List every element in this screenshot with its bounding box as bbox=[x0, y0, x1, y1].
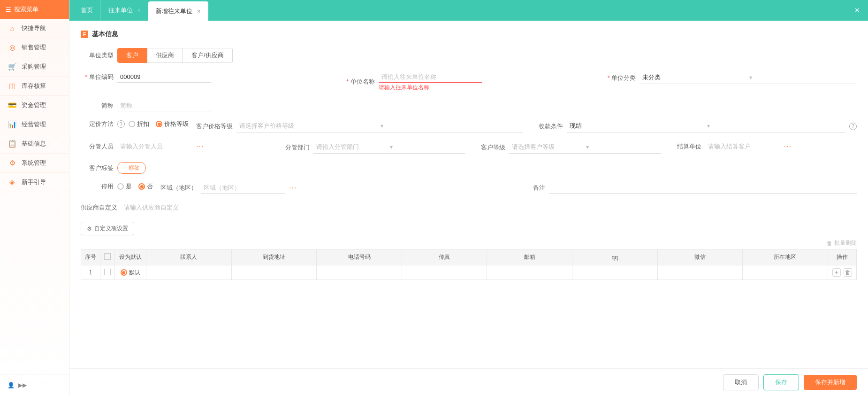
supplier-custom-input[interactable] bbox=[121, 202, 234, 213]
pricing-level-radio[interactable] bbox=[156, 121, 162, 127]
manager-input[interactable] bbox=[117, 141, 192, 152]
search-icon: ☰ bbox=[6, 6, 11, 13]
sidebar-bottom: 👤 ▶▶ bbox=[0, 374, 69, 396]
supplier-custom-field: 供应商自定义 bbox=[81, 202, 857, 213]
sidebar-label-inventory: 库存核算 bbox=[22, 82, 46, 90]
td-fax[interactable] bbox=[402, 265, 487, 280]
sidebar-search-label: 搜索菜单 bbox=[14, 5, 38, 14]
disable-no-radio[interactable] bbox=[138, 183, 145, 190]
unit-type-label: 单位类型 bbox=[81, 51, 114, 60]
section-header: F 基本信息 bbox=[81, 30, 857, 39]
unit-type-buttons: 客户 供应商 客户/供应商 bbox=[117, 48, 233, 63]
sidebar-item-guide[interactable]: ◈ 新手引导 bbox=[0, 173, 69, 192]
sidebar-item-inventory[interactable]: ◫ 库存核算 bbox=[0, 77, 69, 96]
tab-home[interactable]: 首页 bbox=[73, 0, 101, 21]
unit-code-label: 单位编码 bbox=[81, 73, 114, 81]
unit-name-input[interactable] bbox=[379, 71, 482, 83]
disable-no-label: 否 bbox=[147, 182, 153, 191]
tab-new-partner[interactable]: 新增往来单位 × bbox=[148, 1, 208, 21]
unit-code-input[interactable] bbox=[117, 71, 211, 83]
batch-delete-area: 🗑 批量删除 bbox=[81, 239, 857, 247]
sidebar-bottom-label: ▶▶ bbox=[18, 382, 27, 388]
settlement-input[interactable] bbox=[705, 141, 780, 152]
sidebar-item-sales[interactable]: ◎ 销售管理 bbox=[0, 38, 69, 57]
short-name-field: 简称 bbox=[81, 100, 857, 111]
customer-level-select[interactable]: 请选择客户等级 ▾ bbox=[509, 141, 661, 154]
tags-field: 客户标签 + 标签 bbox=[81, 162, 857, 174]
save-button[interactable]: 保存 bbox=[763, 374, 799, 390]
th-checkbox-input[interactable] bbox=[104, 253, 111, 260]
default-radio-circle[interactable] bbox=[121, 269, 127, 276]
type-btn-customer[interactable]: 客户 bbox=[117, 48, 147, 63]
contact-input[interactable] bbox=[149, 269, 228, 276]
unit-code-field: 单位编码 bbox=[81, 71, 335, 83]
address-input[interactable] bbox=[235, 269, 314, 276]
save-new-button[interactable]: 保存并新增 bbox=[804, 375, 857, 390]
price-level-select[interactable]: 请选择客户价格等级 ▾ bbox=[236, 120, 523, 132]
pricing-discount-radio[interactable] bbox=[129, 121, 135, 127]
disable-yes[interactable]: 是 bbox=[117, 182, 132, 191]
dept-select[interactable]: 请输入分管部门 ▾ bbox=[313, 141, 465, 154]
row-add-button[interactable]: + bbox=[832, 268, 841, 277]
sidebar-label-finance: 资金管理 bbox=[22, 101, 46, 109]
payment-help-icon[interactable]: ? bbox=[849, 123, 857, 130]
custom-settings-button[interactable]: ⚙ 自定义项设置 bbox=[81, 222, 134, 235]
region-row-input[interactable] bbox=[746, 269, 825, 276]
payment-select[interactable]: 现结 ▾ bbox=[567, 120, 845, 132]
phone-input[interactable] bbox=[320, 269, 399, 276]
unit-name-error-msg: 请输入往来单位名称 bbox=[379, 84, 596, 92]
pricing-level[interactable]: 价格等级 bbox=[156, 120, 189, 128]
remark-input[interactable] bbox=[549, 182, 857, 194]
unit-category-label: 单位分类 bbox=[603, 74, 636, 82]
table-header-row: 序号 设为默认 联系人 到货地址 电话号码 传真 邮箱 qq 微信 所在地区 操… bbox=[81, 249, 857, 265]
row-delete-button[interactable]: 🗑 bbox=[844, 268, 852, 277]
sidebar-bottom-item[interactable]: 👤 ▶▶ bbox=[0, 378, 69, 392]
window-close-button[interactable]: × bbox=[850, 6, 864, 16]
sidebar-item-operations[interactable]: 📊 经营管理 bbox=[0, 115, 69, 134]
price-level-field: 客户价格等级 请选择客户价格等级 ▾ bbox=[196, 120, 523, 132]
td-region[interactable] bbox=[743, 265, 828, 280]
region-ellipsis[interactable]: ··· bbox=[289, 184, 297, 192]
sidebar-item-basic[interactable]: 📋 基础信息 bbox=[0, 134, 69, 154]
sidebar-item-quick-nav[interactable]: ⌂ 快捷导航 bbox=[0, 19, 69, 38]
pricing-row: 定价方法 ? 折扣 价格等级 客户价格等级 请选择客户价格等级 bbox=[81, 120, 857, 132]
row-default-radio[interactable]: 默认 bbox=[117, 269, 143, 277]
pricing-discount[interactable]: 折扣 bbox=[129, 120, 149, 128]
payment-label: 收款条件 bbox=[530, 122, 563, 131]
tab-partner[interactable]: 往来单位 × bbox=[101, 0, 148, 21]
settlement-ellipsis[interactable]: ··· bbox=[784, 142, 792, 151]
unit-type-field: 单位类型 客户 供应商 客户/供应商 bbox=[81, 48, 857, 63]
th-wechat: 微信 bbox=[657, 249, 743, 265]
fax-input[interactable] bbox=[405, 269, 484, 276]
td-wechat[interactable] bbox=[657, 265, 743, 280]
cancel-button[interactable]: 取消 bbox=[723, 374, 759, 390]
manager-ellipsis[interactable]: ··· bbox=[196, 142, 204, 151]
add-tag-button[interactable]: + 标签 bbox=[117, 162, 146, 174]
short-name-input[interactable] bbox=[117, 100, 211, 111]
sidebar-item-purchase[interactable]: 🛒 采购管理 bbox=[0, 57, 69, 77]
dept-label: 分管部门 bbox=[277, 143, 310, 152]
td-contact[interactable] bbox=[146, 265, 232, 280]
disable-yes-radio[interactable] bbox=[117, 183, 124, 190]
type-btn-supplier[interactable]: 供应商 bbox=[147, 48, 183, 63]
pricing-help-icon[interactable]: ? bbox=[117, 120, 125, 128]
wechat-input[interactable] bbox=[661, 269, 740, 276]
tab-new-partner-close[interactable]: × bbox=[197, 8, 200, 14]
td-phone[interactable] bbox=[317, 265, 402, 280]
td-qq[interactable] bbox=[572, 265, 658, 280]
row-checkbox[interactable] bbox=[104, 269, 111, 275]
disable-no[interactable]: 否 bbox=[138, 182, 153, 191]
td-address[interactable] bbox=[231, 265, 317, 280]
batch-delete-icon: 🗑 bbox=[827, 240, 832, 247]
unit-category-select[interactable]: 未分类 ▾ bbox=[640, 71, 857, 84]
sidebar-item-finance[interactable]: 💳 资金管理 bbox=[0, 96, 69, 115]
region-input[interactable] bbox=[201, 182, 285, 194]
sidebar-item-system[interactable]: ⚙ 系统管理 bbox=[0, 154, 69, 173]
td-email[interactable] bbox=[487, 265, 572, 280]
qq-input[interactable] bbox=[575, 269, 655, 276]
email-input[interactable] bbox=[490, 269, 569, 276]
type-btn-both[interactable]: 客户/供应商 bbox=[183, 48, 233, 63]
sidebar-search[interactable]: ☰ 搜索菜单 bbox=[0, 0, 69, 19]
customer-level-placeholder: 请选择客户等级 bbox=[512, 143, 584, 151]
tab-partner-close[interactable]: × bbox=[137, 8, 140, 13]
